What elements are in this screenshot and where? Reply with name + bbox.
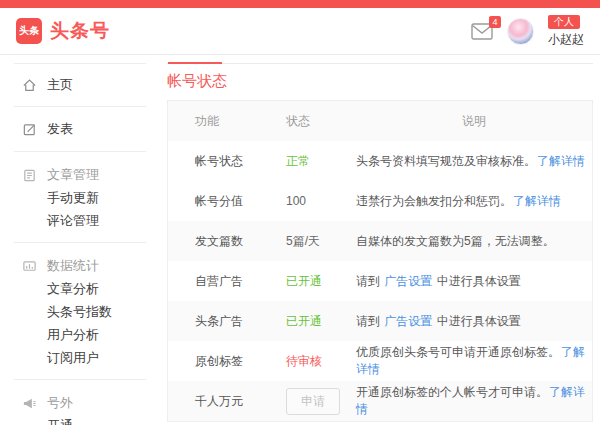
status-cell: 申请 [278, 388, 356, 415]
toutiao-logo-icon[interactable]: 头条 [16, 18, 42, 44]
description-text: 中进行具体设置 [433, 274, 520, 288]
sidebar-item-publish[interactable]: 发表 [14, 117, 146, 141]
home-icon [21, 77, 37, 93]
sidebar-item-article-analysis[interactable]: 文章分析 [14, 277, 146, 300]
feature-cell: 发文篇数 [168, 233, 278, 250]
sidebar-item-subscribers[interactable]: 订阅用户 [14, 346, 146, 369]
app-name[interactable]: 头条号 [50, 18, 110, 44]
table-row: 帐号状态正常头条号资料填写规范及审核标准。了解详情 [168, 141, 592, 181]
article-icon [21, 167, 37, 183]
feature-cell: 千人万元 [168, 393, 278, 410]
description-text: 自媒体的发文篇数为5篇，无法调整。 [356, 234, 555, 248]
status-value: 待审核 [286, 354, 322, 368]
column-header-description: 说明 [356, 113, 592, 130]
feature-cell: 自营广告 [168, 273, 278, 290]
table-row: 千人万元申请开通原创标签的个人帐号才可申请。了解详情 [168, 381, 592, 421]
description-cell: 头条号资料填写规范及审核标准。了解详情 [356, 153, 592, 170]
avatar[interactable] [507, 18, 534, 45]
status-cell: 正常 [278, 153, 356, 170]
status-cell: 已开通 [278, 313, 356, 330]
column-header-status: 状态 [278, 113, 356, 130]
sidebar-group: 数据统计文章分析头条号指数用户分析订阅用户 [14, 242, 146, 379]
sidebar-section-label: 号外 [47, 394, 73, 412]
column-header-feature: 功能 [168, 113, 278, 130]
sidebar-section-label: 文章管理 [47, 166, 99, 184]
description-cell: 违禁行为会触发扣分和惩罚。了解详情 [356, 193, 592, 210]
status-value: 已开通 [286, 314, 322, 328]
table-row: 发文篇数5篇/天自媒体的发文篇数为5篇，无法调整。 [168, 221, 592, 261]
sidebar-section-extra: 号外 [14, 392, 146, 414]
user-meta[interactable]: 个人 小赵赵 [548, 15, 584, 48]
status-cell: 5篇/天 [278, 233, 356, 250]
description-text: 请到 [356, 274, 383, 288]
description-text: 中进行具体设置 [433, 314, 520, 328]
status-cell: 已开通 [278, 273, 356, 290]
description-cell: 请到 广告设置 中进行具体设置 [356, 313, 592, 330]
description-cell: 开通原创标签的个人帐号才可申请。了解详情 [356, 384, 592, 418]
status-value: 已开通 [286, 274, 322, 288]
sidebar-group: 文章管理手动更新评论管理 [14, 151, 146, 242]
ad-settings-link[interactable]: 广告设置 [384, 314, 432, 328]
description-cell: 优质原创头条号可申请开通原创标签。了解详情 [356, 344, 592, 378]
active-tab-indicator [167, 62, 593, 64]
detail-link[interactable]: 了解详情 [537, 154, 585, 168]
user-name: 小赵赵 [548, 31, 584, 48]
description-text: 优质原创头条号可申请开通原创标签。 [356, 345, 560, 359]
sidebar-group: 号外开通 [14, 379, 146, 425]
sidebar-item-activate[interactable]: 开通 [14, 414, 146, 425]
sidebar-group: 发表 [14, 106, 146, 151]
sidebar-item-label: 主页 [47, 76, 73, 94]
status-cell: 待审核 [278, 353, 356, 370]
account-status-table: 功能 状态 说明 帐号状态正常头条号资料填写规范及审核标准。了解详情帐号分值10… [167, 100, 593, 422]
table-row: 帐号分值100违禁行为会触发扣分和惩罚。了解详情 [168, 181, 592, 221]
table-row: 头条广告已开通请到 广告设置 中进行具体设置 [168, 301, 592, 341]
description-text: 违禁行为会触发扣分和惩罚。 [356, 194, 512, 208]
page-title: 帐号状态 [167, 72, 593, 91]
sidebar-item-home[interactable]: 主页 [14, 73, 146, 97]
apply-button[interactable]: 申请 [286, 388, 340, 415]
sidebar-item-label: 发表 [47, 120, 73, 138]
sidebar-item-comment-management[interactable]: 评论管理 [14, 209, 146, 232]
sidebar-item-user-analysis[interactable]: 用户分析 [14, 323, 146, 346]
logo-text: 头条 [19, 24, 39, 38]
compose-icon [21, 121, 37, 137]
main-content: 帐号状态 功能 状态 说明 帐号状态正常头条号资料填写规范及审核标准。了解详情帐… [160, 55, 600, 425]
feature-cell: 原创标签 [168, 353, 278, 370]
megaphone-icon [21, 395, 37, 411]
feature-cell: 头条广告 [168, 313, 278, 330]
status-cell: 100 [278, 194, 356, 208]
message-count-badge: 4 [489, 16, 501, 28]
description-text: 请到 [356, 314, 383, 328]
brand-top-strip [0, 0, 600, 8]
description-text: 开通原创标签的个人帐号才可申请。 [356, 385, 548, 399]
status-value: 正常 [286, 154, 310, 168]
sidebar-item-manual-update[interactable]: 手动更新 [14, 186, 146, 209]
table-header-row: 功能 状态 说明 [168, 101, 592, 141]
status-value: 5篇/天 [286, 234, 320, 248]
description-text: 头条号资料填写规范及审核标准。 [356, 154, 536, 168]
detail-link[interactable]: 了解详情 [513, 194, 561, 208]
sidebar: 主页发表文章管理手动更新评论管理数据统计文章分析头条号指数用户分析订阅用户号外开… [0, 55, 160, 425]
table-row: 自营广告已开通请到 广告设置 中进行具体设置 [168, 261, 592, 301]
feature-cell: 帐号状态 [168, 153, 278, 170]
sidebar-group: 主页 [14, 63, 146, 106]
ad-settings-link[interactable]: 广告设置 [384, 274, 432, 288]
feature-cell: 帐号分值 [168, 193, 278, 210]
account-type-badge: 个人 [548, 15, 580, 29]
status-value: 100 [286, 194, 306, 208]
messages-button[interactable]: 4 [471, 23, 493, 40]
app-header: 头条 头条号 4 个人 小赵赵 [0, 8, 600, 55]
table-row: 原创标签待审核优质原创头条号可申请开通原创标签。了解详情 [168, 341, 592, 381]
sidebar-item-toutiao-index[interactable]: 头条号指数 [14, 300, 146, 323]
sidebar-section-data-statistics: 数据统计 [14, 255, 146, 277]
stats-icon [21, 258, 37, 274]
description-cell: 自媒体的发文篇数为5篇，无法调整。 [356, 233, 592, 250]
sidebar-section-label: 数据统计 [47, 257, 99, 275]
description-cell: 请到 广告设置 中进行具体设置 [356, 273, 592, 290]
sidebar-section-article-management: 文章管理 [14, 164, 146, 186]
